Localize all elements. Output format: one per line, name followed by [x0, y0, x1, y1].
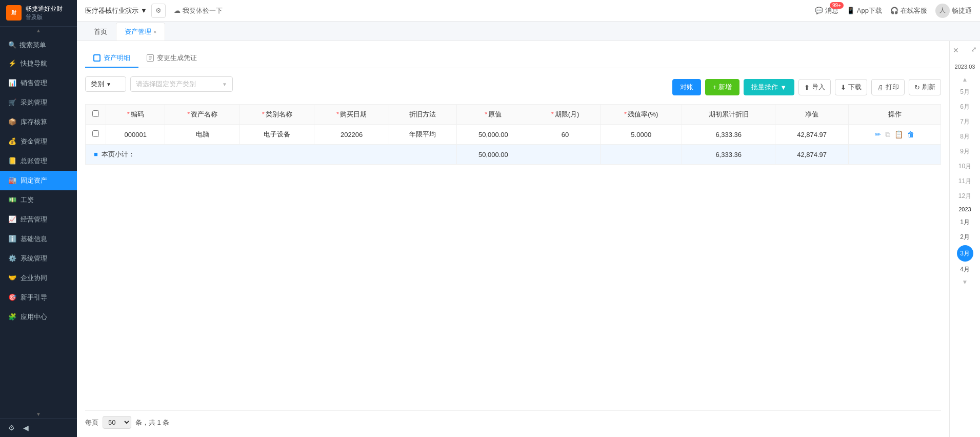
topbar-right: 💬 消息 99+ 📱 App下载 🎧 在线客服 人 畅捷通: [815, 4, 972, 18]
online-service-button[interactable]: 🎧 在线客服: [890, 6, 927, 15]
row-residual-rate: 5.0000: [601, 125, 682, 145]
app-name: 畅捷通好业财: [26, 5, 63, 13]
company-settings-button[interactable]: ⚙: [151, 4, 166, 18]
guide-icon: 🎯: [8, 293, 16, 301]
print-button[interactable]: 🖨 打印: [871, 79, 905, 95]
panel-year-display: 2023.03: [955, 62, 975, 72]
month-11-prev[interactable]: 11月: [954, 174, 976, 188]
sidebar-item-purchase[interactable]: 🛒 采购管理: [0, 93, 77, 112]
sidebar-item-ledger[interactable]: 📒 总账管理: [0, 151, 77, 171]
import-button[interactable]: ⬆ 导入: [798, 79, 831, 95]
row-net-value: 42,874.97: [775, 125, 849, 145]
panel-scroll-down-button[interactable]: ▼: [960, 276, 970, 288]
month-3[interactable]: 3月: [957, 245, 973, 262]
asset-table: *编码 *资产名称 *类别名称 *购买日期 折旧方法 *原值 *期限(月) *残…: [85, 104, 941, 406]
month-9-prev[interactable]: 9月: [954, 145, 976, 158]
main-area: 医疗器械行业演示 ▼ ⚙ ☁ 我要体验一下 💬 消息 99+ 📱 App下载 🎧…: [77, 0, 980, 437]
tab-home[interactable]: 首页: [85, 23, 116, 41]
month-8-prev[interactable]: 8月: [954, 130, 976, 144]
year-2023-label: 2023: [958, 204, 971, 214]
payroll-icon: 💵: [8, 196, 16, 204]
sidebar-item-operations[interactable]: 📈 经营管理: [0, 210, 77, 229]
month-4[interactable]: 4月: [954, 263, 976, 276]
app-center-icon: 🧩: [8, 313, 16, 321]
th-purchase-date: *购买日期: [314, 105, 389, 125]
category-dropdown-icon: ▼: [222, 82, 227, 87]
sidebar: 财 畅捷通好业财 普及版 ▲ 🔍 搜索菜单 ⚡ 快捷导航 📊 销售管理 🛒 采购…: [0, 0, 77, 437]
delete-icon[interactable]: 🗑: [907, 130, 914, 138]
category-value-select[interactable]: 请选择固定资产类别 ▼: [130, 76, 233, 92]
select-all-checkbox[interactable]: [92, 110, 99, 117]
subtotal-residual: [601, 145, 682, 165]
sub-tab-change-voucher[interactable]: 变更生成凭证: [138, 49, 205, 68]
user-menu[interactable]: 人 畅捷通: [935, 4, 972, 18]
row-checkbox[interactable]: [92, 130, 99, 137]
panel-months: 5月 6月 7月 8月 9月 10月 11月 12月 2023 1月 2月 3月…: [950, 85, 980, 276]
th-code: *编码: [106, 105, 165, 125]
month-6-prev[interactable]: 6月: [954, 100, 976, 114]
new-button[interactable]: + 新增: [705, 79, 739, 95]
month-2[interactable]: 2月: [954, 230, 976, 244]
change-voucher-icon: [147, 54, 154, 62]
settings-icon[interactable]: ⚙: [8, 424, 15, 432]
row-period: 60: [530, 125, 600, 145]
enterprise-icon: 🤝: [8, 274, 16, 282]
subtotal-label-cell: ■ 本页小计：: [86, 145, 457, 165]
month-12-prev[interactable]: 12月: [954, 189, 976, 203]
sidebar-item-sales[interactable]: 📊 销售管理: [0, 73, 77, 93]
th-residual-rate: *残值率(%): [601, 105, 682, 125]
month-10-prev[interactable]: 10月: [954, 160, 976, 173]
collapse-icon[interactable]: ◀: [23, 424, 29, 432]
copy-icon[interactable]: ⧉: [885, 130, 890, 139]
sidebar-item-shortcut[interactable]: ⚡ 快捷导航: [0, 54, 77, 73]
app-download-button[interactable]: 📱 App下载: [847, 6, 882, 15]
sidebar-item-search[interactable]: 🔍 搜索菜单: [0, 36, 77, 54]
sidebar-item-capital[interactable]: 💰 资金管理: [0, 132, 77, 151]
month-1[interactable]: 1月: [954, 215, 976, 229]
company-name: 医疗器械行业演示: [85, 6, 138, 15]
sidebar-item-payroll[interactable]: 💵 工资: [0, 190, 77, 210]
page-size-select[interactable]: 50 100 200: [103, 416, 131, 429]
filter-row: 类别 ▼ 请选择固定资产类别 ▼: [85, 76, 233, 92]
subtotal-net-value: 42,874.97: [775, 145, 849, 165]
asset-detail-icon: [93, 54, 101, 62]
month-7-prev[interactable]: 7月: [954, 115, 976, 129]
messages-button[interactable]: 💬 消息 99+: [815, 6, 838, 15]
app-logo: 财: [6, 5, 22, 21]
sidebar-scroll-down[interactable]: ▼: [36, 411, 41, 417]
panel-scroll-up-button[interactable]: ▲: [960, 74, 970, 85]
sidebar-item-enterprise[interactable]: 🤝 企业协同: [0, 268, 77, 288]
month-5-prev[interactable]: 5月: [954, 85, 976, 99]
company-selector[interactable]: 医疗器械行业演示 ▼: [85, 6, 147, 15]
purchase-icon: 🛒: [8, 98, 16, 106]
tab-close-icon[interactable]: ×: [153, 29, 156, 35]
reconcile-button[interactable]: 对账: [672, 79, 701, 95]
trial-hint[interactable]: ☁ 我要体验一下: [174, 6, 223, 15]
th-checkbox: [86, 105, 106, 125]
edit-icon[interactable]: ✏: [875, 130, 881, 138]
sidebar-item-app-center[interactable]: 🧩 应用中心: [0, 307, 77, 327]
sidebar-item-basic-info[interactable]: ℹ️ 基础信息: [0, 229, 77, 249]
sidebar-item-fixed-assets[interactable]: 🏭 固定资产: [0, 171, 77, 190]
panel-expand-button[interactable]: ⤢: [971, 45, 977, 53]
operations-icon: 📈: [8, 215, 16, 223]
capital-icon: 💰: [8, 137, 16, 145]
batch-button[interactable]: 批量操作 ▼: [744, 79, 794, 95]
panel-close-button[interactable]: ✕: [953, 46, 959, 54]
sidebar-scroll-up[interactable]: ▲: [36, 28, 41, 33]
duplicate-icon[interactable]: 📋: [894, 130, 903, 138]
refresh-button[interactable]: ↻ 刷新: [909, 79, 941, 95]
sidebar-item-guide[interactable]: 🎯 新手引导: [0, 288, 77, 307]
sales-icon: 📊: [8, 79, 16, 87]
content-main: 资产明细 变更生成凭证 类别 ▼ 请选择固定资产类别: [77, 41, 949, 437]
row-code: 000001: [106, 125, 165, 145]
tab-asset-management[interactable]: 资产管理 ×: [116, 23, 165, 41]
category-label-select[interactable]: 类别 ▼: [85, 76, 126, 92]
row-actions: ✏ ⧉ 📋 🗑: [849, 125, 941, 145]
sidebar-item-system[interactable]: ⚙️ 系统管理: [0, 249, 77, 268]
content-area: 资产明细 变更生成凭证 类别 ▼ 请选择固定资产类别: [77, 41, 980, 437]
download-button[interactable]: ⬇ 下载: [835, 79, 867, 95]
th-category: *类别名称: [239, 105, 314, 125]
sub-tab-asset-detail[interactable]: 资产明细: [85, 49, 138, 68]
sidebar-item-inventory[interactable]: 📦 库存核算: [0, 112, 77, 132]
